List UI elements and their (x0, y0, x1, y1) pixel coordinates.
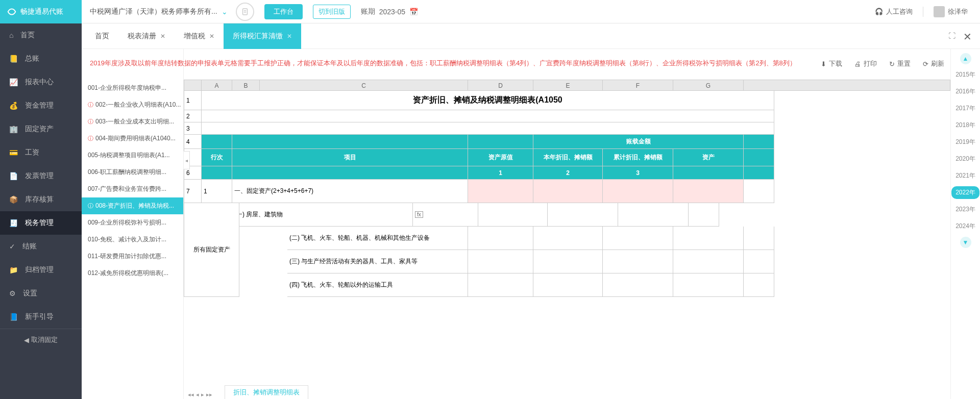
avatar (934, 6, 945, 17)
org-selector[interactable]: 中税网通广泽（天津）税务师事务所有... ⌄ (90, 7, 228, 16)
tab[interactable]: 首页 (86, 23, 118, 24)
old-version-button[interactable]: 切到旧版 (313, 5, 351, 19)
tab[interactable]: 所得税汇算清缴✕ (224, 23, 301, 24)
logo: 畅捷通易代账 (0, 0, 82, 23)
workbench-button[interactable]: 工作台 (264, 4, 303, 19)
clipboard-icon[interactable] (236, 3, 254, 21)
headset-icon: 🎧 (875, 8, 883, 15)
period-selector[interactable]: 账期 2023-05 📅 (361, 7, 418, 16)
calendar-icon: 📅 (409, 8, 418, 16)
chevron-down-icon: ⌄ (222, 8, 228, 16)
tab[interactable]: 增值税✕ (175, 23, 224, 24)
support-link[interactable]: 🎧 人工咨询 (875, 7, 913, 16)
user-menu[interactable]: 徐泽华 (934, 6, 968, 17)
tab[interactable]: 税表清册✕ (118, 23, 175, 24)
